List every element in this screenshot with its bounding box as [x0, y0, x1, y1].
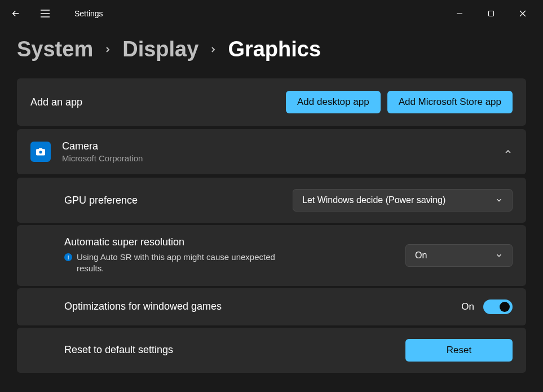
maximize-button[interactable]: [475, 2, 507, 25]
info-icon: i: [64, 253, 72, 261]
reset-label-wrap: Reset to default settings: [30, 344, 405, 356]
gpu-preference-value: Let Windows decide (Power saving): [302, 195, 445, 205]
reset-row: Reset to default settings Reset: [17, 328, 526, 373]
content: Add an app Add desktop app Add Microsoft…: [0, 78, 543, 373]
add-store-app-button[interactable]: Add Microsoft Store app: [387, 91, 513, 113]
windowed-toggle[interactable]: [483, 299, 513, 314]
back-arrow-icon: [11, 8, 21, 19]
gpu-preference-dropdown[interactable]: Let Windows decide (Power saving): [293, 189, 513, 212]
add-app-label: Add an app: [30, 96, 82, 108]
windowed-toggle-label: On: [461, 301, 474, 312]
minimize-icon: [456, 10, 463, 17]
app-publisher: Microsoft Corporation: [62, 153, 143, 163]
add-desktop-app-button[interactable]: Add desktop app: [286, 91, 381, 113]
svg-rect-0: [489, 11, 494, 16]
add-app-buttons: Add desktop app Add Microsoft Store app: [286, 91, 513, 113]
back-button[interactable]: [5, 2, 27, 25]
close-button[interactable]: [507, 2, 538, 25]
chevron-up-icon: [504, 147, 513, 156]
windowed-opt-label-wrap: Optimizations for windowed games: [30, 301, 461, 312]
auto-sr-desc: Using Auto SR with this app might cause …: [77, 252, 301, 275]
windowed-opt-title: Optimizations for windowed games: [64, 301, 461, 312]
breadcrumb: System Display Graphics: [0, 27, 543, 78]
add-app-card: Add an app Add desktop app Add Microsoft…: [17, 78, 526, 126]
gpu-preference-title: GPU preference: [64, 195, 293, 206]
auto-sr-title: Automatic super resolution: [64, 236, 405, 248]
windowed-toggle-wrap: On: [461, 299, 513, 314]
chevron-down-icon: [495, 252, 503, 259]
chevron-right-icon: [103, 45, 112, 54]
app-text: Camera Microsoft Corporation: [62, 140, 143, 163]
gpu-preference-row: GPU preference Let Windows decide (Power…: [17, 178, 526, 223]
chevron-down-icon: [495, 196, 503, 204]
app-header-row[interactable]: Camera Microsoft Corporation: [17, 129, 526, 174]
titlebar-left: Settings: [5, 2, 103, 25]
chevron-right-icon: [209, 45, 218, 54]
maximize-icon: [488, 10, 495, 17]
breadcrumb-system[interactable]: System: [17, 37, 93, 61]
reset-button[interactable]: Reset: [405, 339, 513, 362]
camera-app-icon: [30, 142, 51, 162]
close-icon: [519, 10, 526, 17]
auto-sr-desc-wrap: i Using Auto SR with this app might caus…: [64, 252, 301, 275]
reset-title: Reset to default settings: [64, 344, 405, 356]
minimize-button[interactable]: [444, 2, 475, 25]
auto-sr-dropdown[interactable]: On: [405, 244, 513, 267]
hamburger-icon: [40, 10, 50, 17]
collapse-button[interactable]: [504, 147, 513, 156]
windowed-opt-row: Optimizations for windowed games On: [17, 288, 526, 325]
titlebar: Settings: [0, 0, 543, 27]
menu-button[interactable]: [34, 2, 56, 25]
toggle-knob: [500, 302, 510, 312]
svg-point-1: [39, 151, 42, 153]
camera-icon: [35, 147, 46, 156]
app-name: Camera: [62, 140, 143, 152]
breadcrumb-graphics: Graphics: [228, 37, 321, 61]
app-title: Settings: [74, 9, 103, 18]
auto-sr-row: Automatic super resolution i Using Auto …: [17, 225, 526, 286]
auto-sr-value: On: [415, 250, 427, 261]
window-controls: [444, 2, 538, 25]
breadcrumb-display[interactable]: Display: [122, 37, 198, 61]
auto-sr-label-wrap: Automatic super resolution i Using Auto …: [30, 236, 405, 275]
gpu-preference-label-wrap: GPU preference: [30, 195, 293, 206]
